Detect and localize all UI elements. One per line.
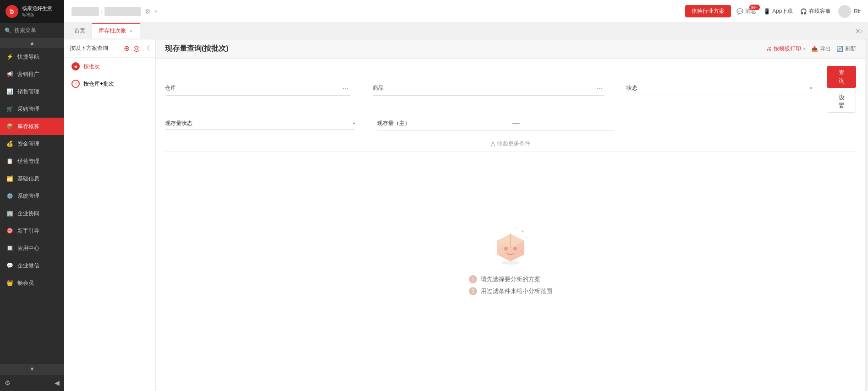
scheme-by-batch[interactable]: ◉ 按批次 (64, 58, 155, 75)
tip-1-text: 请先选择要分析的方案 (481, 275, 540, 283)
filter-row-2: 现存量状态 ▾ 现存量（主） — (165, 118, 856, 130)
main-content: › ⚙ ▾ 体验行业方案 💬 消息 99+ 📱 App下载 🎧 在线客服 (64, 0, 868, 391)
marketing-icon: 📢 (5, 70, 14, 78)
sidebar-item-member[interactable]: 👑 畅会员 (0, 274, 64, 292)
sidebar-item-shortcut[interactable]: ⚡ 快捷导航 (0, 48, 64, 65)
operations-icon: 📋 (5, 157, 14, 165)
sidebar-scroll-down[interactable]: ▼ (0, 364, 64, 374)
scheme-settings-icon[interactable]: ◎ (133, 44, 140, 53)
member-icon: 👑 (5, 279, 14, 287)
search-menu[interactable]: 🔍 搜索菜单 (0, 23, 64, 38)
sidebar-label-sales: 销售管理 (17, 88, 39, 96)
product-dots[interactable]: ··· (595, 84, 604, 92)
scheme-by-warehouse-batch-label: 按仓库+批次 (83, 80, 114, 88)
finance-icon: 💰 (5, 140, 14, 148)
inventory-status-dropdown-icon[interactable]: ▾ (353, 121, 355, 126)
refresh-button[interactable]: 🔄 刷新 (836, 45, 856, 53)
phone-icon: 📱 (764, 8, 770, 15)
inventory-status-group: 现存量状态 ▾ (165, 119, 355, 130)
sidebar-item-marketing[interactable]: 📢 营销推广 (0, 65, 64, 83)
export-button[interactable]: 📤 导出 (811, 45, 831, 53)
settings-button[interactable]: 设置 (827, 91, 856, 113)
scheme-by-warehouse-batch-icon: ○ (71, 80, 80, 88)
online-service-action[interactable]: 🎧 在线客服 (800, 7, 831, 15)
empty-state: ✦ ✦ ✦ 1 请先选择要分析的方案 2 用过滤条件来缩小分析范围 (156, 152, 865, 391)
scheme-by-batch-label: 按批次 (83, 63, 100, 71)
topbar-settings-icon[interactable]: ⚙ (145, 8, 151, 15)
messages-badge: 99+ (749, 5, 760, 10)
scheme-by-warehouse-batch[interactable]: ○ 按仓库+批次 (64, 75, 155, 92)
sidebar-scroll-up[interactable]: ▲ (0, 38, 64, 48)
svg-point-5 (501, 261, 520, 265)
sidebar-item-system[interactable]: ⚙️ 系统管理 (0, 187, 64, 205)
sidebar-item-basic[interactable]: 🗂️ 基础信息 (0, 170, 64, 187)
warehouse-input[interactable] (180, 83, 341, 93)
breadcrumb: › (71, 7, 141, 16)
tip-2-text: 用过滤条件来缩小分析范围 (481, 287, 552, 295)
sidebar-item-wechat[interactable]: 💬 企业微信 (0, 257, 64, 274)
tip-1-number: 1 (469, 275, 477, 283)
add-scheme-icon[interactable]: ⊕ (124, 44, 130, 53)
collapse-label: 收起更多条件 (497, 140, 530, 147)
sidebar-item-purchase[interactable]: 🛒 采购管理 (0, 100, 64, 118)
app-download-action[interactable]: 📱 App下载 (764, 7, 793, 15)
tab-bar: 首页 库存批次账 × ✕ › (64, 23, 868, 39)
tab-close-icon[interactable]: × (129, 28, 133, 33)
product-input[interactable] (387, 83, 595, 93)
tab-inventory-batch[interactable]: 库存批次账 × (92, 23, 140, 38)
query-button[interactable]: 查询 (827, 66, 856, 88)
sales-icon: 📊 (5, 87, 14, 96)
sidebar-label-enterprise: 企业协同 (17, 210, 39, 217)
print-button[interactable]: 🖨 按模板打印 ▾ (766, 45, 806, 53)
inventory-qty-to[interactable] (523, 118, 615, 128)
sidebar-item-enterprise[interactable]: 🏢 企业协同 (0, 205, 64, 222)
tip-2-number: 2 (469, 287, 477, 295)
inventory-qty-label: 现存量（主） (377, 119, 414, 127)
headset-icon: 🎧 (800, 8, 807, 15)
right-scrollbar (865, 39, 868, 391)
inventory-qty-group: 现存量（主） — (377, 118, 615, 130)
collapse-up-icon: ⋀ (491, 141, 495, 147)
top-bar-left: › ⚙ ▾ (71, 7, 680, 16)
app-download-label: App下载 (772, 7, 793, 15)
collapse-panel-icon[interactable]: 《 (143, 44, 150, 53)
search-menu-label: 搜索菜单 (14, 27, 36, 34)
sidebar-label-member: 畅会员 (17, 279, 34, 287)
filter-row-1: 仓库 ··· 商品 ··· 状态 (165, 66, 856, 113)
qty-dash: — (512, 119, 520, 127)
tab-bar-chevron[interactable]: › (861, 28, 864, 34)
user-profile[interactable]: Rit (838, 5, 861, 18)
sidebar-item-operations[interactable]: 📋 经营管理 (0, 152, 64, 170)
empty-tips: 1 请先选择要分析的方案 2 用过滤条件来缩小分析范围 (469, 275, 552, 295)
messages-action[interactable]: 💬 消息 99+ (736, 7, 756, 15)
top-bar-right: 💬 消息 99+ 📱 App下载 🎧 在线客服 Rit (736, 5, 861, 18)
print-dropdown-icon[interactable]: ▾ (803, 46, 806, 52)
sidebar-label-basic: 基础信息 (17, 175, 39, 183)
sidebar-item-newbie[interactable]: 🎯 新手引导 (0, 222, 64, 239)
sidebar-item-sales[interactable]: 📊 销售管理 (0, 83, 64, 100)
warehouse-dots[interactable]: ··· (341, 84, 351, 92)
newbie-icon: 🎯 (5, 227, 14, 235)
sidebar-label-purchase: 采购管理 (17, 105, 39, 113)
collapse-bar[interactable]: ⋀ 收起更多条件 (165, 136, 856, 151)
sidebar-label-marketing: 营销推广 (17, 71, 39, 78)
filter-fields: 仓库 ··· 商品 ··· 状态 (165, 66, 856, 151)
wechat-icon: 💬 (5, 261, 14, 270)
sidebar-item-inventory[interactable]: 📦 库存核算 (0, 118, 64, 135)
empty-tip-2: 2 用过滤条件来缩小分析范围 (469, 287, 552, 295)
tab-home[interactable]: 首页 (68, 23, 92, 38)
footer-settings-icon[interactable]: ⚙ (5, 379, 11, 386)
tab-home-label: 首页 (74, 27, 85, 35)
inventory-qty-from[interactable] (418, 118, 509, 128)
status-dropdown-icon[interactable]: ▾ (810, 86, 812, 91)
sidebar-item-apps[interactable]: 🔲 应用中心 (0, 239, 64, 257)
sidebar-item-finance[interactable]: 💰 资金管理 (0, 135, 64, 152)
online-service-label: 在线客服 (809, 7, 831, 15)
inventory-status-label: 现存量状态 (165, 119, 196, 127)
trial-button[interactable]: 体验行业方案 (685, 5, 731, 17)
filter-outer: 仓库 ··· 商品 ··· 状态 (156, 59, 865, 151)
topbar-dropdown-icon[interactable]: ▾ (154, 8, 157, 15)
svg-point-3 (504, 247, 508, 250)
sidebar-label-operations: 经营管理 (17, 157, 39, 165)
footer-collapse-icon[interactable]: ◀ (55, 379, 60, 386)
